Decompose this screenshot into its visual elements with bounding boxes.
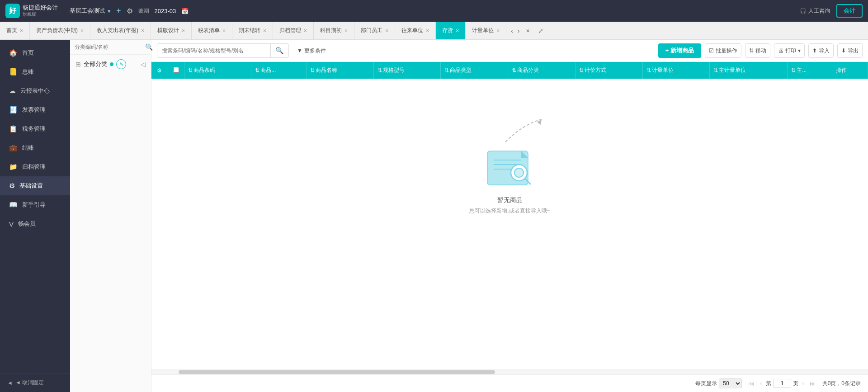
per-page-select[interactable]: 50 100 200 — [719, 378, 742, 388]
tab-nav-buttons: ‹ › × ⤢ — [506, 26, 550, 35]
th-extra[interactable]: ⇅ 主... — [788, 62, 832, 79]
tab-measure-unit-close-icon[interactable]: × — [496, 28, 500, 34]
page-number-input[interactable] — [773, 379, 791, 388]
sidebar-settings-label: 基础设置 — [19, 182, 43, 190]
category-search-bar: 🔍 — [70, 40, 151, 55]
horizontal-scrollbar[interactable] — [151, 369, 868, 374]
sidebar-item-archive[interactable]: 📁 归档管理 — [0, 157, 70, 176]
sidebar-item-member[interactable]: V 畅会员 — [0, 214, 70, 233]
tab-expand-button[interactable]: ⤢ — [534, 26, 547, 35]
th-settings[interactable]: ⚙ — [151, 62, 168, 79]
tab-close-all-button[interactable]: × — [523, 26, 533, 35]
filter-more-button[interactable]: ▼ 更多条件 — [292, 47, 330, 55]
sidebar-member-label: 畅会员 — [18, 220, 36, 228]
sidebar-item-report[interactable]: ☁ 云报表中心 — [0, 81, 70, 100]
tab-balance-close-icon[interactable]: × — [80, 28, 84, 34]
tab-period-carry-close-icon[interactable]: × — [263, 28, 266, 34]
sidebar-item-close-period[interactable]: 💼 结账 — [0, 138, 70, 157]
th-spec[interactable]: ⇅ 规格型号 — [373, 62, 441, 79]
account-button[interactable]: 会计 — [836, 4, 863, 18]
tab-archive-close-icon[interactable]: × — [304, 28, 307, 34]
th-unit[interactable]: ⇅ 计量单位 — [642, 62, 710, 79]
tab-dept-staff-close-icon[interactable]: × — [385, 28, 388, 34]
tab-home-close-icon[interactable]: × — [20, 28, 23, 34]
tab-template[interactable]: 模版设计 × — [151, 22, 192, 39]
next-page-button[interactable]: › — [800, 379, 806, 388]
settings-icon-button[interactable]: ⚙ — [127, 7, 133, 15]
product-search-button[interactable]: 🔍 — [270, 44, 288, 57]
sidebar-item-tax[interactable]: 📋 税务管理 — [0, 119, 70, 138]
th-price-method[interactable]: ⇅ 计价方式 — [575, 62, 642, 79]
home-icon: 🏠 — [9, 49, 18, 57]
category-dot — [110, 62, 113, 66]
batch-operation-button[interactable]: ☑ 批量操作 — [705, 43, 741, 58]
tab-tax[interactable]: 税表清单 × — [192, 22, 232, 39]
sidebar-unpin-button[interactable]: ◄ ◄ 取消固定 — [0, 373, 70, 392]
category-search-input[interactable] — [75, 44, 142, 50]
tab-inventory[interactable]: 存货 × — [436, 22, 466, 39]
tab-income-label: 收入支出表(年报) — [97, 27, 138, 34]
sidebar-item-guide[interactable]: 📖 新手引导 — [0, 195, 70, 214]
th-code[interactable]: ⇅ 商品... — [251, 62, 307, 79]
total-records-label: 共0页，0条记录 — [822, 380, 861, 387]
sidebar-home-label: 首页 — [22, 49, 34, 57]
tab-archive[interactable]: 归档管理 × — [273, 22, 314, 39]
tab-balance-sheet[interactable]: 资产负债表(中期) × — [30, 22, 90, 39]
th-check[interactable] — [168, 62, 184, 79]
tab-nav-left-button[interactable]: ‹ — [509, 26, 515, 35]
guide-icon: 📖 — [9, 201, 18, 209]
import-button[interactable]: ⬆ 导入 — [808, 43, 834, 58]
prev-page-button[interactable]: ‹ — [758, 379, 764, 388]
category-edit-button[interactable]: ✎ — [116, 59, 126, 69]
calendar-icon[interactable]: 📅 — [181, 8, 189, 14]
export-button[interactable]: ⬇ 导出 — [837, 43, 863, 58]
last-page-button[interactable]: ⏭ — [808, 379, 818, 388]
tab-template-close-icon[interactable]: × — [182, 28, 185, 34]
add-company-button[interactable]: + — [116, 6, 121, 16]
tab-measure-unit[interactable]: 计量单位 × — [466, 22, 506, 39]
panel-collapse-button[interactable]: ◁ — [141, 61, 146, 68]
th-type[interactable]: ⇅ 商品类型 — [441, 62, 508, 79]
add-product-button[interactable]: + 新增商品 — [658, 43, 701, 58]
tab-tax-close-icon[interactable]: × — [222, 28, 226, 34]
tab-subject-init[interactable]: 科目期初 × — [314, 22, 354, 39]
export-icon: ⬇ — [841, 47, 846, 54]
tab-income-close-icon[interactable]: × — [141, 28, 144, 34]
category-header: ⊞ 全部分类 ✎ ◁ — [70, 55, 151, 74]
tab-nav-right-button[interactable]: › — [516, 26, 522, 35]
settings-icon: ⚙ — [9, 182, 15, 190]
move-button[interactable]: ⇅ 移动 — [745, 43, 770, 58]
pagination-bar: 每页显示 50 100 200 ⏮ ‹ 第 页 › — [151, 374, 868, 392]
sidebar-item-settings[interactable]: ⚙ 基础设置 — [0, 176, 70, 195]
sidebar-item-ledger[interactable]: 📒 总账 — [0, 62, 70, 81]
toolbar: 🔍 ▼ 更多条件 + 新增商品 ☑ 批量操作 ⇅ — [151, 40, 868, 62]
tab-income[interactable]: 收入支出表(年报) × — [90, 22, 151, 39]
sidebar-item-home[interactable]: 🏠 首页 — [0, 43, 70, 62]
select-all-checkbox[interactable] — [173, 67, 179, 73]
tab-vendor-close-icon[interactable]: × — [426, 28, 429, 34]
table-header-row: ⚙ ⇅ 商品条码 ⇅ 商品... — [151, 62, 868, 79]
tab-vendor[interactable]: 往来单位 × — [395, 22, 436, 39]
tab-subject-init-close-icon[interactable]: × — [344, 28, 348, 34]
company-selector[interactable]: 基层工会测试 ▾ — [70, 7, 111, 15]
page-size-selector: 每页显示 50 100 200 — [695, 378, 742, 388]
first-page-button[interactable]: ⏮ — [746, 379, 756, 388]
print-icon: 🖨 — [778, 47, 783, 54]
tab-period-carry[interactable]: 期末结转 × — [232, 22, 273, 39]
tab-inventory-close-icon[interactable]: × — [456, 28, 459, 34]
help-button[interactable]: 🎧 人工咨询 — [800, 7, 830, 15]
tab-vendor-label: 往来单位 — [401, 27, 423, 34]
print-button[interactable]: 🖨 打印 ▾ — [774, 43, 805, 58]
th-name[interactable]: ⇅ 商品名称 — [306, 62, 373, 79]
th-barcode[interactable]: ⇅ 商品条码 — [184, 62, 251, 79]
tab-inventory-label: 存货 — [442, 27, 453, 34]
th-category[interactable]: ⇅ 商品分类 — [508, 62, 576, 79]
period-value: 2023-03 — [155, 8, 176, 14]
sidebar-item-invoice[interactable]: 🧾 发票管理 — [0, 100, 70, 119]
tab-home[interactable]: 首页 × — [0, 22, 30, 39]
tab-balance-sheet-label: 资产负债表(中期) — [36, 27, 78, 34]
tab-dept-staff[interactable]: 部门员工 × — [354, 22, 395, 39]
th-main-unit[interactable]: ⇅ 主计量单位 — [710, 62, 788, 79]
scrollbar-thumb[interactable] — [179, 370, 495, 374]
product-search-input[interactable] — [157, 47, 270, 54]
